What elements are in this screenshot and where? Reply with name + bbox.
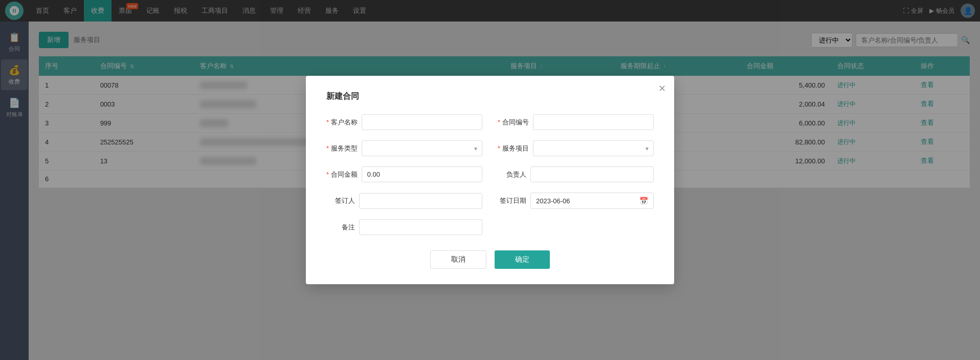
calendar-icon: 📅 [639, 197, 648, 205]
form-group-contract-no: 合同编号 [498, 114, 654, 130]
modal-close-button[interactable]: ✕ [658, 83, 666, 94]
modal-footer: 取消 确定 [326, 250, 654, 269]
form-group-service-type: 服务类型 ▼ [326, 140, 482, 156]
form-group-signer: 签订人 [326, 193, 482, 209]
form-row-3: 合同金额 负责人 [326, 166, 654, 182]
signer-input[interactable] [359, 193, 482, 209]
responsible-person-label: 负责人 [498, 170, 526, 179]
contract-amount-input[interactable] [362, 166, 482, 182]
sign-date-value: 2023-06-06 [536, 197, 570, 205]
new-contract-modal: 新建合同 ✕ 客户名称 合同编号 服务类型 ▼ 服务项目 [306, 76, 674, 284]
form-group-responsible: 负责人 [498, 166, 654, 182]
form-group-customer: 客户名称 [326, 114, 482, 130]
service-type-label: 服务类型 [326, 144, 358, 153]
signer-label: 签订人 [326, 196, 355, 205]
service-item-label: 服务项目 [498, 144, 529, 153]
cancel-button[interactable]: 取消 [430, 250, 486, 269]
sign-date-field[interactable]: 2023-06-06 📅 [530, 193, 654, 209]
customer-name-input[interactable] [362, 114, 482, 130]
confirm-button[interactable]: 确定 [495, 250, 550, 269]
form-group-remark: 备注 [326, 219, 482, 235]
service-type-select[interactable] [362, 140, 482, 156]
remark-label: 备注 [326, 223, 355, 232]
form-group-service-item: 服务项目 ▼ [498, 140, 654, 156]
form-group-amount: 合同金额 [326, 166, 482, 182]
form-group-sign-date: 签订日期 2023-06-06 📅 [498, 193, 654, 209]
form-row-1: 客户名称 合同编号 [326, 114, 654, 130]
modal-overlay: 新建合同 ✕ 客户名称 合同编号 服务类型 ▼ 服务项目 [0, 0, 980, 360]
sign-date-label: 签订日期 [498, 196, 526, 205]
contract-no-label: 合同编号 [498, 118, 529, 127]
form-row-5: 备注 [326, 219, 654, 235]
customer-name-label: 客户名称 [326, 118, 358, 127]
contract-no-input[interactable] [533, 114, 654, 130]
service-item-select-wrap: ▼ [533, 140, 654, 156]
form-row-2: 服务类型 ▼ 服务项目 ▼ [326, 140, 654, 156]
remark-input[interactable] [359, 219, 482, 235]
contract-amount-label: 合同金额 [326, 170, 358, 179]
responsible-person-input[interactable] [530, 166, 654, 182]
form-row-4: 签订人 签订日期 2023-06-06 📅 [326, 193, 654, 209]
service-item-select[interactable] [533, 140, 654, 156]
service-type-select-wrap: ▼ [362, 140, 482, 156]
modal-title: 新建合同 [326, 91, 654, 102]
